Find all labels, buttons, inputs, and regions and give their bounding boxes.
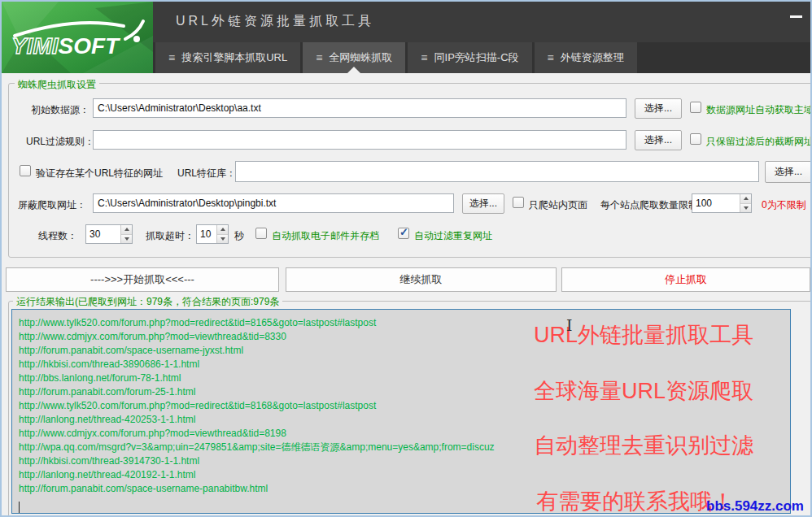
limit-down-button[interactable]: [740, 204, 751, 213]
tab-same-ip-scan[interactable]: 同IP旁站扫描-C段: [408, 42, 531, 73]
dedupe-label: 自动过滤重复网址: [414, 229, 492, 243]
onsite-only-label: 只爬站内页面: [529, 198, 587, 212]
tab-label: 搜索引擎脚本抓取URL: [181, 50, 287, 65]
url-line: http://bbs.lanlong.net/forum-78-1.html: [19, 371, 181, 385]
feature-lib-input[interactable]: [235, 161, 759, 182]
url-line: http://www.tylk520.com/forum.php?mod=red…: [19, 399, 376, 413]
tab-full-web-spider[interactable]: 全网蜘蛛抓取: [303, 42, 405, 73]
yimisoft-logo: YIMISOFT: [2, 2, 153, 73]
timeout-up-button[interactable]: [217, 225, 228, 235]
resume-grab-button[interactable]: 继续抓取: [286, 267, 557, 292]
timeout-down-button[interactable]: [217, 235, 228, 244]
app-window: YIMISOFT URL外链资源批量抓取工具 搜索引擎脚本抓取URL 全网蜘蛛抓…: [0, 0, 812, 517]
limit-hint: 0为不限制: [762, 198, 806, 212]
timeout-value: 10: [197, 225, 216, 243]
threads-spinner[interactable]: 30: [85, 224, 133, 244]
limit-value: 100: [692, 194, 740, 212]
down-arrow-icon: [744, 206, 749, 210]
tab-label: 同IP旁站扫描-C段: [434, 50, 519, 65]
auto-email-label: 自动抓取电子邮件并存档: [272, 229, 379, 243]
filter-choose-button[interactable]: 选择...: [635, 130, 682, 150]
url-line: http://forum.panabit.com/space-username-…: [19, 482, 268, 496]
down-arrow-icon: [124, 237, 129, 241]
verify-feature-label: 验证存在某个URL特征的网址: [36, 167, 163, 180]
text-caret: [19, 502, 20, 513]
results-legend: 运行结果输出(已爬取到网址：979条，符合结果的页面:979条: [13, 295, 282, 309]
tab-label: 外链资源整理: [561, 50, 624, 65]
onsite-only-checkbox[interactable]: [513, 197, 524, 208]
filter-input[interactable]: [93, 130, 626, 150]
tab-bar: 搜索引擎脚本抓取URL 全网蜘蛛抓取 同IP旁站扫描-C段 外链资源整理: [153, 42, 812, 73]
menu-icon: [548, 51, 554, 64]
source-input[interactable]: [93, 98, 626, 118]
url-line: http://hkbisi.com/thread-3914730-1-1.htm…: [19, 454, 199, 468]
minimize-icon: [790, 15, 802, 18]
filter-label: URL过滤规则：: [26, 135, 94, 149]
up-arrow-icon: [124, 228, 129, 231]
menu-icon: [421, 51, 427, 64]
url-line: http://forum.panabit.com/space-username-…: [19, 344, 243, 358]
url-line: http://www.cdmjyx.com/forum.php?mod=view…: [19, 330, 286, 344]
url-line: http://www.tylk520.com/forum.php?mod=red…: [19, 316, 376, 330]
dedupe-checkbox[interactable]: [398, 228, 409, 239]
threads-value: 30: [86, 225, 120, 243]
tab-resource-organize[interactable]: 外链资源整理: [535, 42, 637, 73]
timeout-spinner[interactable]: 10: [196, 224, 229, 244]
auto-main-domain-checkbox[interactable]: [690, 102, 701, 113]
keep-truncated-label: 只保留过滤后的截断网址: [706, 135, 812, 149]
url-line: http://forum.panabit.com/forum-25-1.html: [19, 385, 195, 399]
logo-text-yimi: YIMI: [11, 33, 59, 59]
timeout-label: 抓取超时：: [146, 229, 194, 243]
threads-label: 线程数：: [38, 229, 77, 243]
up-arrow-icon: [220, 228, 225, 231]
stop-grab-button[interactable]: 停止抓取: [561, 267, 810, 292]
threads-down-button[interactable]: [121, 235, 132, 244]
limit-spinner[interactable]: 100: [692, 193, 752, 213]
tab-label: 全网蜘蛛抓取: [329, 50, 392, 65]
url-line: http://wpa.qq.com/msgrd?v=3&amp;uin=2479…: [19, 441, 495, 454]
url-line: http://lanlong.net/thread-420192-1-1.htm…: [19, 468, 195, 482]
settings-group-legend: 蜘蛛爬虫抓取设置: [15, 78, 99, 92]
down-arrow-icon: [220, 237, 225, 241]
menu-icon: [168, 51, 175, 64]
block-choose-button[interactable]: 选择...: [462, 193, 504, 214]
svg-text:YIMISOFT: YIMISOFT: [11, 33, 121, 59]
verify-feature-checkbox[interactable]: [20, 165, 31, 176]
start-grab-button[interactable]: ---->>>开始抓取<<<---: [6, 267, 279, 292]
site-watermark: bbs.594zz.com: [706, 498, 804, 515]
keep-truncated-checkbox[interactable]: [690, 133, 701, 145]
feature-lib-label: URL特征库：: [177, 167, 236, 180]
threads-up-button[interactable]: [121, 225, 132, 235]
limit-up-button[interactable]: [740, 194, 751, 204]
results-textarea[interactable]: http://www.tylk520.com/forum.php?mod=red…: [11, 309, 791, 514]
auto-main-domain-label: 数据源网址自动获取主域: [706, 103, 812, 117]
up-arrow-icon: [744, 197, 749, 200]
logo-graphic: YIMISOFT: [2, 2, 153, 73]
tab-search-engine-grab[interactable]: 搜索引擎脚本抓取URL: [155, 42, 300, 73]
feature-choose-button[interactable]: 选择...: [765, 161, 812, 183]
block-input[interactable]: [93, 193, 454, 213]
url-line: http://www.cdmjyx.com/forum.php?mod=view…: [19, 427, 286, 441]
url-line: http://hkbisi.com/thread-3890686-1-1.htm…: [19, 358, 199, 371]
window-title: URL外链资源批量抓取工具: [176, 13, 374, 30]
menu-icon: [316, 51, 322, 64]
title-bar: URL外链资源批量抓取工具: [153, 2, 812, 42]
minimize-button[interactable]: [784, 8, 805, 26]
source-choose-button[interactable]: 选择...: [635, 98, 682, 119]
logo-text-soft: SOFT: [59, 33, 122, 59]
timeout-unit: 秒: [234, 229, 244, 243]
url-line: http://lanlong.net/thread-420253-1-1.htm…: [19, 413, 195, 427]
auto-email-checkbox[interactable]: [255, 228, 267, 239]
block-label: 屏蔽爬取网址：: [18, 198, 86, 212]
source-label: 初始数据源：: [31, 103, 89, 117]
